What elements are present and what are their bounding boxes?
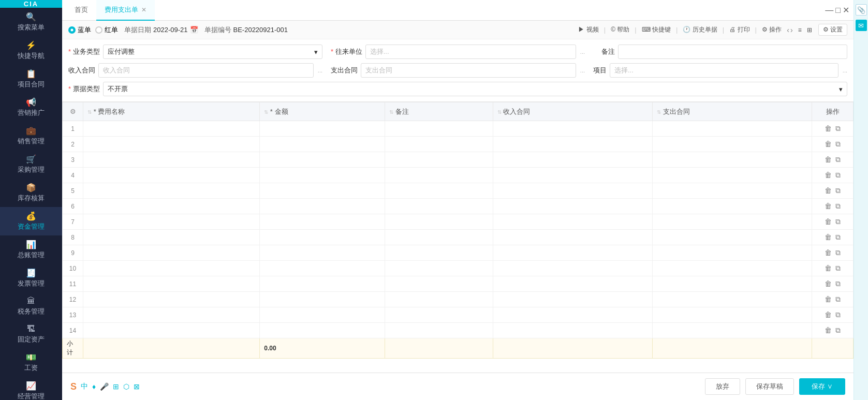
cell-expense-name-13[interactable] (83, 307, 260, 323)
date-value[interactable]: 2022-09-21 (153, 26, 188, 34)
cell-remark-13[interactable] (385, 307, 493, 323)
cell-expense-name-9[interactable] (83, 245, 260, 261)
window-minimize[interactable]: — (825, 6, 833, 15)
cell-remark-6[interactable] (385, 199, 493, 214)
delete-row-icon-4[interactable]: 🗑 (825, 171, 832, 179)
partner-dots[interactable]: ... (580, 49, 585, 55)
cell-remark-11[interactable] (385, 276, 493, 292)
window-close[interactable]: ✕ (843, 5, 849, 15)
cell-expense-contract-2[interactable] (652, 137, 812, 152)
delete-row-icon-2[interactable]: 🗑 (825, 140, 832, 148)
cell-expense-contract-1[interactable] (652, 121, 812, 137)
cell-income-contract-11[interactable] (493, 276, 652, 292)
sidebar-item-operations[interactable]: 📈经营管理 (0, 377, 62, 400)
cell-income-contract-14[interactable] (493, 323, 652, 338)
cell-remark-3[interactable] (385, 152, 493, 168)
message-icon[interactable]: ✉ (856, 20, 867, 31)
cell-remark-9[interactable] (385, 245, 493, 261)
cell-expense-contract-6[interactable] (652, 199, 812, 214)
income-dots[interactable]: ... (318, 67, 322, 73)
cell-income-contract-4[interactable] (493, 168, 652, 183)
cell-amount-1[interactable] (260, 121, 385, 137)
copy-row-icon-10[interactable]: ⧉ (835, 264, 841, 272)
copy-row-icon-14[interactable]: ⧉ (835, 326, 841, 334)
copy-row-icon-13[interactable]: ⧉ (835, 310, 841, 319)
delete-row-icon-6[interactable]: 🗑 (825, 202, 832, 210)
cell-expense-name-4[interactable] (83, 168, 260, 183)
cell-remark-2[interactable] (385, 137, 493, 152)
cell-amount-12[interactable] (260, 292, 385, 307)
delete-row-icon-10[interactable]: 🗑 (825, 264, 832, 272)
cell-amount-8[interactable] (260, 230, 385, 245)
cell-expense-name-11[interactable] (83, 276, 260, 292)
cell-amount-4[interactable] (260, 168, 385, 183)
save-button[interactable]: 保存 ∨ (799, 378, 845, 395)
cell-expense-contract-14[interactable] (652, 323, 812, 338)
cell-remark-10[interactable] (385, 261, 493, 276)
sidebar-item-marketing[interactable]: 📢营销推广 (0, 93, 62, 122)
delete-row-icon-11[interactable]: 🗑 (825, 279, 832, 288)
history-btn[interactable]: 🕐 历史单据 (683, 25, 717, 34)
cell-expense-contract-3[interactable] (652, 152, 812, 168)
cell-income-contract-5[interactable] (493, 183, 652, 199)
cell-expense-name-10[interactable] (83, 261, 260, 276)
project-input[interactable]: 选择... (610, 63, 838, 78)
sidebar-item-tax-mgmt[interactable]: 🏛税务管理 (0, 292, 62, 320)
sidebar-item-purchase-mgmt[interactable]: 🛒采购管理 (0, 150, 62, 179)
cell-expense-name-6[interactable] (83, 199, 260, 214)
cell-amount-2[interactable] (260, 137, 385, 152)
sidebar-item-project-contract[interactable]: 📋项目合同 (0, 65, 62, 93)
settings-button[interactable]: ⚙ 设置 (818, 24, 847, 36)
business-type-select[interactable]: 应付调整 ▾ (103, 45, 322, 59)
cell-amount-10[interactable] (260, 261, 385, 276)
cell-amount-5[interactable] (260, 183, 385, 199)
view-grid-icon[interactable]: ⊞ (807, 26, 812, 34)
delete-row-icon-9[interactable]: 🗑 (825, 248, 832, 257)
delete-row-icon-13[interactable]: 🗑 (825, 310, 832, 319)
delete-row-icon-14[interactable]: 🗑 (825, 326, 832, 334)
cell-remark-1[interactable] (385, 121, 493, 137)
video-btn[interactable]: ▶ 视频 (578, 25, 598, 34)
copy-row-icon-3[interactable]: ⧉ (835, 155, 841, 164)
sidebar-item-search-menu[interactable]: 🔍搜索菜单 (0, 8, 62, 36)
tab-expense[interactable]: 费用支出单 ✕ (96, 0, 155, 21)
cell-amount-3[interactable] (260, 152, 385, 168)
sidebar-item-inventory[interactable]: 📦库存核算 (0, 179, 62, 207)
cell-expense-contract-7[interactable] (652, 214, 812, 230)
income-contract-input[interactable]: 收入合同 (98, 63, 314, 78)
sidebar-item-fixed-assets[interactable]: 🏗固定资产 (0, 320, 62, 348)
cell-expense-name-2[interactable] (83, 137, 260, 152)
copy-row-icon-9[interactable]: ⧉ (835, 248, 841, 257)
copy-row-icon-11[interactable]: ⧉ (835, 279, 841, 288)
delete-row-icon-1[interactable]: 🗑 (825, 124, 832, 132)
copy-row-icon-8[interactable]: ⧉ (835, 233, 841, 241)
copy-row-icon-7[interactable]: ⧉ (835, 217, 841, 226)
copy-row-icon-4[interactable]: ⧉ (835, 171, 841, 179)
copy-row-icon-2[interactable]: ⧉ (835, 140, 841, 148)
radio-red[interactable]: 红单 (95, 25, 118, 35)
cell-amount-14[interactable] (260, 323, 385, 338)
discard-button[interactable]: 放弃 (705, 378, 740, 395)
cell-expense-name-7[interactable] (83, 214, 260, 230)
sidebar-item-fund-mgmt[interactable]: 💰资金管理 (0, 207, 62, 235)
radio-blue[interactable]: 蓝单 (68, 25, 91, 35)
cell-remark-14[interactable] (385, 323, 493, 338)
cell-amount-9[interactable] (260, 245, 385, 261)
nav-prev-icon[interactable]: ‹ (787, 26, 789, 34)
sidebar-item-invoice-mgmt[interactable]: 🧾发票管理 (0, 264, 62, 292)
copy-row-icon-1[interactable]: ⧉ (835, 124, 841, 132)
delete-row-icon-7[interactable]: 🗑 (825, 217, 832, 226)
cell-amount-11[interactable] (260, 276, 385, 292)
print-btn[interactable]: 🖨 打印 (729, 25, 749, 34)
sidebar-item-accounting[interactable]: 📊总账管理 (0, 235, 62, 264)
partner-input[interactable]: 选择... (365, 45, 576, 59)
expense-dots[interactable]: ... (580, 67, 585, 73)
cell-income-contract-10[interactable] (493, 261, 652, 276)
project-dots[interactable]: ... (843, 67, 847, 73)
view-list-icon[interactable]: ≡ (798, 26, 802, 34)
cell-expense-name-5[interactable] (83, 183, 260, 199)
cell-expense-contract-9[interactable] (652, 245, 812, 261)
cell-expense-contract-8[interactable] (652, 230, 812, 245)
shortcuts-btn[interactable]: ⌨ 快捷键 (642, 25, 671, 34)
cell-amount-7[interactable] (260, 214, 385, 230)
